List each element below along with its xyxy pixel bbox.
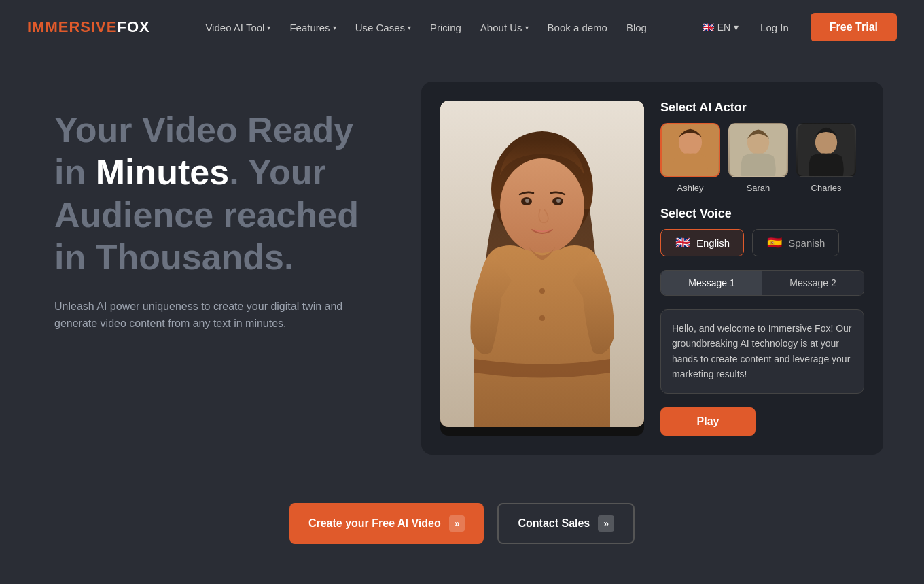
actor-selection-section: Select AI Actor Ashley — [660, 101, 864, 193]
actor-card-ashley[interactable]: Ashley — [660, 123, 720, 193]
brand-name-part1: IMMERSIVE — [27, 18, 117, 35]
actor-grid: Ashley Sarah — [660, 123, 864, 193]
actor-video-frame — [440, 101, 644, 427]
select-actor-label: Select AI Actor — [660, 101, 864, 115]
hero-section: Your Video Ready in Minutes. Your Audien… — [54, 82, 421, 332]
message-tabs-section: Message 1 Message 2 — [660, 270, 864, 296]
controls-panel: Select AI Actor Ashley — [660, 101, 864, 436]
login-button[interactable]: Log In — [749, 16, 800, 39]
message-box: Hello, and welcome to Immersive Fox! Our… — [660, 309, 864, 394]
nav-item-use-cases[interactable]: Use Cases ▾ — [355, 22, 411, 33]
chevron-down-icon: ▾ — [267, 24, 270, 31]
message-tab-2[interactable]: Message 2 — [762, 271, 864, 295]
svg-point-9 — [539, 315, 545, 321]
voice-btn-spanish[interactable]: 🇪🇸 Spanish — [752, 229, 839, 256]
cta-section: Create your Free AI Video » Contact Sale… — [0, 489, 924, 571]
brand-logo[interactable]: IMMERSIVEFOX — [27, 18, 150, 36]
main-content: Your Video Ready in Minutes. Your Audien… — [0, 54, 924, 489]
arrow-right-icon: » — [598, 515, 614, 532]
chevron-down-icon: ▾ — [734, 22, 739, 33]
svg-point-8 — [539, 288, 545, 294]
play-button[interactable]: Play — [660, 407, 756, 436]
nav-right: 🇬🇧 EN ▾ Log In Free Trial — [703, 13, 897, 41]
nav-item-about-us[interactable]: About Us ▾ — [480, 22, 529, 33]
svg-point-3 — [500, 158, 584, 254]
nav-item-book-demo[interactable]: Book a demo — [548, 22, 607, 33]
actor-visual — [440, 101, 644, 427]
message-tab-1[interactable]: Message 1 — [661, 271, 762, 295]
voice-selection-section: Select Voice 🇬🇧 English 🇪🇸 Spanish — [660, 207, 864, 256]
svg-point-6 — [525, 199, 529, 203]
create-free-video-button[interactable]: Create your Free AI Video » — [289, 503, 484, 544]
chevron-down-icon: ▾ — [408, 24, 411, 31]
svg-point-15 — [815, 131, 837, 155]
flag-uk-icon: 🇬🇧 — [703, 22, 714, 33]
actor-name-sarah: Sarah — [747, 183, 770, 193]
actor-thumbnail-sarah[interactable] — [728, 123, 788, 177]
actor-name-ashley: Ashley — [677, 183, 703, 193]
navbar: IMMERSIVEFOX Video AI Tool ▾ Features ▾ … — [0, 0, 924, 54]
hero-title: Your Video Ready in Minutes. Your Audien… — [54, 109, 394, 279]
actor-thumbnail-charles[interactable] — [796, 123, 856, 177]
nav-item-video-ai-tool[interactable]: Video AI Tool ▾ — [205, 22, 270, 33]
demo-card: Select AI Actor Ashley — [421, 82, 883, 455]
flag-uk-icon: 🇬🇧 — [675, 237, 691, 249]
voice-grid: 🇬🇧 English 🇪🇸 Spanish — [660, 229, 864, 256]
message-tabs: Message 1 Message 2 — [660, 270, 864, 296]
arrow-right-icon: » — [449, 515, 465, 532]
actor-thumbnail-ashley[interactable] — [660, 123, 720, 177]
language-selector[interactable]: 🇬🇧 EN ▾ — [703, 22, 739, 33]
nav-item-features[interactable]: Features ▾ — [289, 22, 336, 33]
select-voice-label: Select Voice — [660, 207, 864, 221]
flag-spain-icon: 🇪🇸 — [766, 237, 783, 249]
video-preview — [440, 101, 644, 436]
contact-sales-button[interactable]: Contact Sales » — [497, 503, 635, 544]
actor-card-charles[interactable]: Charles — [796, 123, 856, 193]
hero-subtitle: Unleash AI power uniqueness to create yo… — [54, 298, 380, 332]
nav-item-pricing[interactable]: Pricing — [430, 22, 461, 33]
voice-btn-english[interactable]: 🇬🇧 English — [660, 229, 744, 256]
chevron-down-icon: ▾ — [525, 24, 529, 31]
actor-card-sarah[interactable]: Sarah — [728, 123, 788, 193]
svg-point-7 — [556, 199, 561, 203]
chevron-down-icon: ▾ — [333, 24, 336, 31]
message-text: Hello, and welcome to Immersive Fox! Our… — [672, 321, 853, 382]
free-trial-button[interactable]: Free Trial — [811, 13, 897, 41]
actor-name-charles: Charles — [811, 183, 842, 193]
brand-name-part2: FOX — [117, 18, 149, 35]
nav-item-blog[interactable]: Blog — [626, 22, 647, 33]
nav-links: Video AI Tool ▾ Features ▾ Use Cases ▾ P… — [205, 22, 647, 33]
